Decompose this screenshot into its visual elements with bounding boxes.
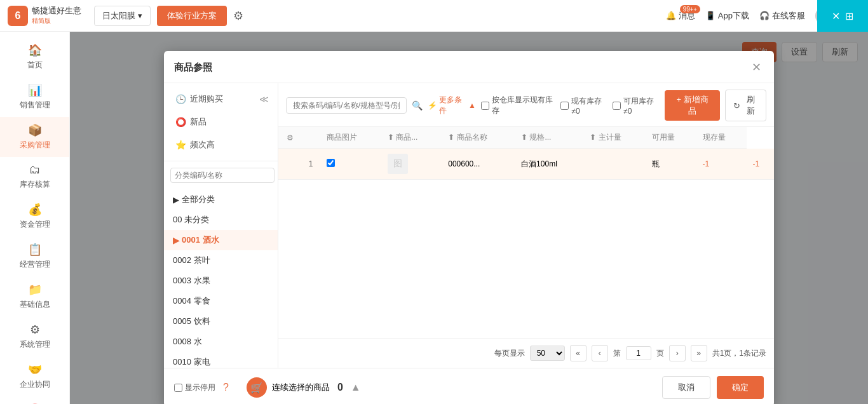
- cat-label: 0003 水果: [173, 275, 210, 286]
- content-area: 查询 设置 刷新 商品参照 ✕: [70, 32, 868, 404]
- basic-info-icon: 📁: [28, 283, 42, 297]
- sidebar-item-label: 企业协同: [20, 379, 50, 390]
- sidebar-item-label: 资金管理: [20, 219, 50, 230]
- category-0010[interactable]: 0010 家电: [164, 352, 278, 368]
- checkbox-stock-not-zero[interactable]: [560, 102, 569, 110]
- page-input[interactable]: [626, 346, 651, 360]
- category-0002[interactable]: 0002 茶叶: [164, 250, 278, 271]
- sidebar-item-label: 库存核算: [20, 179, 50, 190]
- category-0003[interactable]: 0003 水果: [164, 271, 278, 291]
- quick-buy-label: 近期购买: [190, 93, 223, 105]
- show-disabled-checkbox[interactable]: [174, 384, 182, 392]
- show-disabled-label[interactable]: 显示停用: [174, 382, 215, 393]
- enterprise-icon: 🤝: [28, 363, 42, 377]
- category-search-row: 🔍: [164, 164, 278, 187]
- headset-icon: 🎧: [759, 11, 770, 20]
- show-disabled-text: 显示停用: [185, 382, 215, 393]
- cat-arrow-icon: ▶: [173, 236, 179, 245]
- product-table: ⚙ 商品图片 ⬆ 商品... ⬆ 商品名称: [278, 127, 774, 180]
- left-panel-top: 🕒 近期购买 ≪ ⭕ 新品 ⭐ 频次高: [164, 83, 278, 158]
- filter-more-button[interactable]: ⚡ 更多条件 ▲: [428, 95, 476, 116]
- cart-area: 🛒 连续选择的商品 0 ▲: [247, 377, 361, 398]
- cat-label: 0001 酒水: [182, 234, 219, 246]
- checkbox-stock-label[interactable]: 现有库存≠0: [560, 96, 607, 116]
- sidebar-item-system[interactable]: ⚙ 系统管理: [0, 316, 69, 356]
- cat-label: 0002 茶叶: [173, 255, 210, 266]
- app-name: 畅捷通好生意: [32, 6, 81, 17]
- frequent-item[interactable]: ⭐ 频次高: [170, 135, 271, 154]
- checkbox-by-warehouse-label[interactable]: 按仓库显示现有库存: [481, 95, 556, 116]
- left-panel: 🕒 近期购买 ≪ ⭕ 新品 ⭐ 频次高: [164, 83, 278, 368]
- sidebar-item-inventory[interactable]: 🗂 库存核算: [0, 157, 69, 196]
- col-setting[interactable]: ⚙: [278, 127, 301, 149]
- collapse-left-panel-button[interactable]: ≪: [257, 91, 271, 107]
- col-checkbox-cell[interactable]: [320, 149, 381, 180]
- new-products-item[interactable]: ⭕ 新品: [170, 112, 271, 131]
- col-code-header[interactable]: ⬆ 商品...: [381, 127, 442, 149]
- category-search-input[interactable]: [170, 168, 275, 183]
- industry-solution-button[interactable]: 体验行业方案: [157, 6, 227, 26]
- sidebar-item-home[interactable]: 🏠 首页: [0, 37, 69, 77]
- checkbox-available-not-zero[interactable]: [613, 102, 621, 110]
- filter-bar: 🔍 ⚡ 更多条件 ▲ 按仓库显示现有库存: [278, 83, 774, 127]
- checkbox-by-warehouse[interactable]: [481, 102, 489, 110]
- col-unit-header[interactable]: ⬆ 主计量: [583, 127, 646, 149]
- close-teal-icon[interactable]: ✕: [832, 10, 840, 22]
- add-product-button[interactable]: + 新增商品: [665, 90, 721, 121]
- sidebar-item-purchase[interactable]: 📦 采购管理: [0, 117, 69, 157]
- app-edition: 精简版: [32, 17, 81, 25]
- notification-badge: 99++: [680, 5, 700, 13]
- category-0008[interactable]: 0008 水: [164, 332, 278, 352]
- category-0005[interactable]: 0005 饮料: [164, 311, 278, 332]
- modal-footer: 显示停用 ? 🛒 连续选择的商品 0 ▲ 取消 确定: [164, 368, 774, 404]
- gear-icon[interactable]: ⚙: [233, 9, 243, 23]
- checkbox-available-label[interactable]: 可用库存≠0: [613, 96, 660, 116]
- cart-icon[interactable]: 🛒: [247, 377, 267, 398]
- sidebar-item-enterprise[interactable]: 🤝 企业协同: [0, 356, 69, 396]
- online-service-button[interactable]: 🎧 在线客服: [759, 10, 805, 22]
- category-all[interactable]: ▶ 全部分类: [164, 189, 278, 210]
- page-last-button[interactable]: »: [691, 345, 707, 361]
- row-checkbox[interactable]: [327, 159, 335, 167]
- col-img-cell: 图: [381, 149, 442, 180]
- sidebar-item-operations[interactable]: 📋 经营管理: [0, 236, 69, 276]
- warehouse-selector[interactable]: 日太阳膜 ▾: [94, 6, 151, 26]
- refresh-button[interactable]: ↻ 刷新: [725, 90, 766, 121]
- col-name-header[interactable]: ⬆ 商品名称: [442, 127, 515, 149]
- notifications-button[interactable]: 🔔 消息 99++: [666, 10, 695, 22]
- page-next-button[interactable]: ›: [669, 345, 686, 361]
- quick-buy-item[interactable]: 🕒 近期购买: [170, 90, 228, 109]
- app-download-button[interactable]: 📱 App下载: [705, 10, 749, 22]
- sidebar-item-guide[interactable]: 🎯 新手引导: [0, 396, 69, 404]
- sales-icon: 📊: [28, 83, 42, 97]
- category-0004[interactable]: 0004 零食: [164, 291, 278, 311]
- category-00[interactable]: 00 未分类: [164, 210, 278, 230]
- row-num: 1: [301, 149, 320, 180]
- category-0001[interactable]: ▶ 0001 酒水: [164, 230, 278, 250]
- cat-label: 0008 水: [173, 336, 202, 347]
- bell-icon: 🔔: [666, 11, 676, 20]
- sidebar-item-basic-info[interactable]: 📁 基础信息: [0, 276, 69, 316]
- cart-collapse-icon[interactable]: ▲: [351, 382, 361, 393]
- cat-label: 0005 饮料: [173, 316, 210, 327]
- page-prev-button[interactable]: ‹: [592, 345, 608, 361]
- confirm-button[interactable]: 确定: [717, 376, 764, 399]
- table-row[interactable]: 1 图 000600... 白酒100ml: [278, 149, 774, 180]
- modal-close-button[interactable]: ✕: [749, 60, 764, 75]
- sidebar-item-finance[interactable]: 💰 资金管理: [0, 196, 69, 236]
- page-label: 第: [613, 348, 621, 359]
- help-icon[interactable]: ?: [223, 382, 229, 393]
- col-num: [301, 127, 320, 149]
- product-search-input[interactable]: [286, 97, 407, 114]
- per-page-select[interactable]: 50 10 20 100: [530, 346, 565, 361]
- table-header-row: ⚙ 商品图片 ⬆ 商品... ⬆ 商品名称: [278, 127, 774, 149]
- sidebar-item-sales[interactable]: 📊 销售管理: [0, 77, 69, 117]
- sidebar-item-label: 采购管理: [20, 140, 50, 151]
- warehouse-name: 日太阳膜: [102, 10, 135, 22]
- expand-teal-icon[interactable]: ⊞: [845, 10, 853, 22]
- frequent-label: 频次高: [190, 139, 215, 151]
- cancel-button[interactable]: 取消: [662, 376, 710, 399]
- page-first-button[interactable]: «: [570, 345, 587, 361]
- product-search-icon[interactable]: 🔍: [412, 100, 423, 111]
- col-spec-header[interactable]: ⬆ 规格...: [515, 127, 583, 149]
